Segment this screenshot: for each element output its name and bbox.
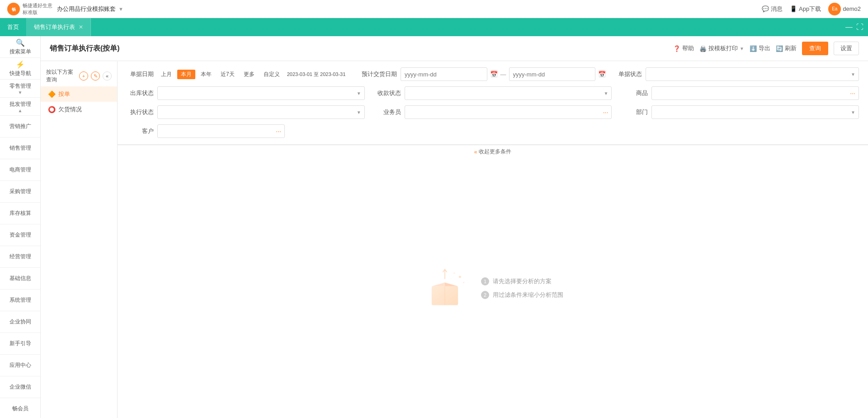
sidebar-item-ecommerce-mgmt[interactable]: 电商管理 <box>0 159 40 181</box>
goods-filter: 商品 ··· <box>621 86 859 100</box>
sidebar-item-retail-mgmt[interactable]: 零售管理 ▼ <box>0 80 40 98</box>
order-status-field[interactable] <box>646 67 859 81</box>
sidebar-item-basic-info[interactable]: 基础信息 <box>0 268 40 290</box>
debt-status-icon: ⭕ <box>48 106 56 113</box>
wholesale-mgmt-arrow-icon: ▲ <box>18 108 23 113</box>
calendar-to-icon[interactable]: 📅 <box>598 71 606 78</box>
filter-row-2: 出库状态 ▼ 收款状态 ▼ <box>127 86 859 100</box>
sub-sidebar-collapse-btn[interactable]: « <box>103 71 112 81</box>
quick-nav-icon: ⚡ <box>16 60 25 69</box>
sidebar-item-purchase-mgmt[interactable]: 采购管理 <box>0 181 40 203</box>
top-header: 畅 畅捷通好生意 标准版 办公用品行业模拟账套 ▼ 💬 消息 📱 App下载 E… <box>0 0 868 18</box>
calendar-from-icon[interactable]: 📅 <box>490 71 498 78</box>
svg-point-7 <box>453 272 455 274</box>
empty-state: 1 请先选择要分析的方案 2 用过滤条件来缩小分析范围 <box>118 158 868 418</box>
svg-marker-3 <box>432 283 445 286</box>
sidebar-item-new-guide[interactable]: 新手引导 <box>0 333 40 355</box>
date-range-text: 2023-03-01 至 2023-03-31 <box>287 71 346 78</box>
payment-status-filter: 收款状态 ▼ <box>374 86 612 100</box>
sidebar-item-enterprise-collab[interactable]: 企业协同 <box>0 311 40 333</box>
tab-bar: 首页 销售订单执行表 ✕ — ⛶ <box>0 18 868 36</box>
sidebar-item-inventory-check[interactable]: 库存核算 <box>0 203 40 224</box>
tab-minimize-btn[interactable]: — <box>845 23 853 31</box>
tab-maximize-btn[interactable]: ⛶ <box>856 23 863 31</box>
export-btn[interactable]: ⬇️ 导出 <box>750 44 770 52</box>
sidebar-item-search-menu[interactable]: 🔍 搜索菜单 <box>0 36 40 58</box>
shortcut-last-7-days[interactable]: 近7天 <box>217 70 238 79</box>
department-field[interactable] <box>651 105 859 119</box>
goods-more-btn[interactable]: ··· <box>850 90 855 97</box>
sidebar-item-member[interactable]: 畅会员 <box>0 398 40 418</box>
shortcut-more[interactable]: 更多 <box>240 70 258 79</box>
sidebar-item-system-mgmt[interactable]: 系统管理 <box>0 290 40 311</box>
query-btn[interactable]: 查询 <box>802 42 828 55</box>
order-date-label: 单据日期 <box>127 70 154 78</box>
app-download-btn[interactable]: 📱 App下载 <box>790 5 821 13</box>
goods-field[interactable] <box>651 86 859 100</box>
goods-input-wrap: ··· <box>651 86 859 100</box>
salesperson-input-wrap: ··· <box>405 105 612 119</box>
collapse-icon: « <box>474 149 477 155</box>
tab-home[interactable]: 首页 <box>0 18 27 36</box>
refresh-btn[interactable]: 🔄 刷新 <box>776 44 797 52</box>
tab-sales-order-exec[interactable]: 销售订单执行表 ✕ <box>27 18 91 36</box>
salesperson-more-btn[interactable]: ··· <box>603 109 609 116</box>
sidebar-item-quick-nav[interactable]: ⚡ 快捷导航 <box>0 58 40 80</box>
step-1-num: 1 <box>481 277 489 285</box>
shortcut-this-year[interactable]: 本年 <box>197 70 215 79</box>
sub-sidebar-edit-btn[interactable]: ✎ <box>91 71 100 81</box>
sidebar: 🔍 搜索菜单 ⚡ 快捷导航 零售管理 ▼ 批发管理 ▲ 营销推广 销售管理 电商… <box>0 36 41 418</box>
salesperson-field[interactable] <box>405 105 612 119</box>
breadcrumb[interactable]: 办公用品行业模拟账套 ▼ <box>57 5 123 13</box>
shortcut-this-month[interactable]: 本月 <box>177 70 195 79</box>
exec-status-filter: 执行状态 ▼ <box>127 105 365 119</box>
sub-sidebar-actions: + ✎ « <box>79 71 112 81</box>
customer-field[interactable] <box>157 124 285 138</box>
sub-sidebar-add-btn[interactable]: + <box>79 71 88 81</box>
sub-sidebar-item-debt-status[interactable]: ⭕ 欠货情况 <box>41 102 117 117</box>
sidebar-item-finance-mgmt[interactable]: 资金管理 <box>0 224 40 246</box>
sub-sidebar-item-by-order[interactable]: 🔶 按单 <box>41 86 117 102</box>
help-btn[interactable]: ❓ 帮助 <box>673 44 694 52</box>
sidebar-item-marketing[interactable]: 营销推广 <box>0 116 40 138</box>
sidebar-item-wholesale-mgmt[interactable]: 批发管理 ▲ <box>0 98 40 116</box>
help-icon: ❓ <box>673 45 680 52</box>
delivery-status-label: 出库状态 <box>127 89 154 97</box>
breadcrumb-arrow-icon: ▼ <box>118 6 123 12</box>
svg-marker-4 <box>445 283 458 286</box>
order-date-filter: 单据日期 上月 本月 本年 近7天 更多 自定义 2023-03-01 至 20… <box>127 70 353 79</box>
shortcut-last-month[interactable]: 上月 <box>157 70 175 79</box>
sidebar-item-sales-mgmt[interactable]: 销售管理 <box>0 138 40 159</box>
user-menu[interactable]: Ea demo2 <box>828 3 861 15</box>
page-header-actions: ❓ 帮助 🖨️ 按模板打印 ▼ ⬇️ 导出 🔄 刷新 查询 设置 <box>673 42 859 61</box>
expected-delivery-range: 📅 — 📅 <box>401 67 606 81</box>
expected-delivery-from[interactable] <box>401 67 487 81</box>
shortcut-custom[interactable]: 自定义 <box>260 70 283 79</box>
salesperson-label: 业务员 <box>374 108 401 116</box>
print-icon: 🖨️ <box>699 45 707 52</box>
salesperson-filter: 业务员 ··· <box>374 105 612 119</box>
filter-row-4: 客户 ··· <box>127 124 859 138</box>
sidebar-item-operation-mgmt[interactable]: 经营管理 <box>0 246 40 268</box>
sidebar-item-app-center[interactable]: 应用中心 <box>0 355 40 376</box>
retail-mgmt-arrow-icon: ▼ <box>18 90 23 95</box>
customer-more-btn[interactable]: ··· <box>276 128 281 135</box>
exec-status-field[interactable] <box>157 105 365 119</box>
sub-sidebar: 按以下方案查询 + ✎ « 🔶 按单 ⭕ 欠货情况 <box>41 61 118 418</box>
template-print-btn[interactable]: 🖨️ 按模板打印 ▼ <box>699 44 744 52</box>
logo-area: 畅 畅捷通好生意 标准版 <box>7 2 52 15</box>
delivery-status-field[interactable] <box>157 86 365 100</box>
collapse-bar[interactable]: « 收起更多条件 <box>118 145 868 158</box>
exec-status-input-wrap: ▼ <box>157 105 365 119</box>
svg-text:畅: 畅 <box>12 7 16 12</box>
expected-delivery-to[interactable] <box>509 67 596 81</box>
svg-point-6 <box>459 276 461 278</box>
payment-status-field[interactable] <box>405 86 612 100</box>
expected-delivery-filter: 预计交货日期 📅 — 📅 <box>362 67 606 81</box>
sidebar-item-enterprise-wechat[interactable]: 企业微信 <box>0 376 40 398</box>
header-left: 畅 畅捷通好生意 标准版 办公用品行业模拟账套 ▼ <box>7 2 123 15</box>
tab-close-icon[interactable]: ✕ <box>79 24 83 30</box>
message-btn[interactable]: 💬 消息 <box>762 5 783 13</box>
settings-btn[interactable]: 设置 <box>834 42 859 55</box>
print-arrow-icon: ▼ <box>740 46 744 51</box>
